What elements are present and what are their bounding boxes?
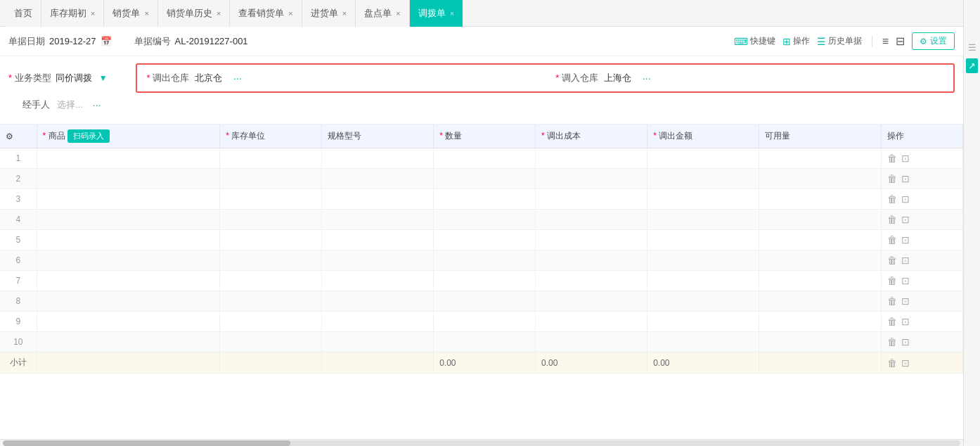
- unit-cell[interactable]: [220, 332, 322, 352]
- unit-cell[interactable]: [220, 210, 322, 230]
- amount-cell[interactable]: 0.00: [647, 352, 759, 374]
- product-cell[interactable]: [37, 352, 220, 374]
- sidebar-list-icon[interactable]: ☰: [968, 42, 976, 53]
- amount-cell[interactable]: [647, 250, 759, 271]
- spec-cell[interactable]: [321, 271, 433, 291]
- available-cell[interactable]: [759, 271, 882, 291]
- delete-icon[interactable]: 🗑: [887, 275, 897, 286]
- tab-transfer[interactable]: 调拨单 ×: [410, 0, 463, 27]
- tab-view-sales-close[interactable]: ×: [288, 9, 292, 18]
- tab-stocktake[interactable]: 盘点单 ×: [356, 0, 409, 27]
- quantity-cell[interactable]: [434, 332, 536, 352]
- spec-cell[interactable]: [321, 250, 433, 271]
- delete-icon[interactable]: 🗑: [887, 153, 897, 164]
- delete-icon[interactable]: 🗑: [887, 295, 897, 307]
- available-cell[interactable]: [759, 291, 882, 312]
- amount-cell[interactable]: [647, 312, 759, 332]
- copy-icon[interactable]: ⊡: [901, 193, 910, 205]
- amount-cell[interactable]: [647, 210, 759, 230]
- tab-inventory-init[interactable]: 库存期初 ×: [41, 0, 104, 27]
- delete-icon[interactable]: 🗑: [887, 214, 897, 225]
- quantity-cell[interactable]: [434, 250, 536, 271]
- delete-icon[interactable]: 🗑: [887, 173, 897, 184]
- amount-cell[interactable]: [647, 230, 759, 250]
- layout1-button[interactable]: ≡: [882, 35, 889, 48]
- spec-cell[interactable]: [321, 230, 433, 250]
- product-cell[interactable]: [37, 312, 220, 332]
- history-button[interactable]: ☰ 历史单据: [817, 35, 862, 47]
- copy-icon[interactable]: ⊡: [901, 214, 910, 225]
- quantity-cell[interactable]: [434, 312, 536, 332]
- cost-cell[interactable]: [535, 291, 647, 312]
- available-cell[interactable]: [759, 189, 882, 210]
- tab-sales-order-close[interactable]: ×: [144, 9, 148, 18]
- tab-transfer-close[interactable]: ×: [450, 9, 454, 18]
- cost-cell[interactable]: [535, 250, 647, 271]
- amount-cell[interactable]: [647, 271, 759, 291]
- delete-icon[interactable]: 🗑: [887, 193, 897, 205]
- product-cell[interactable]: [37, 148, 220, 169]
- tab-home[interactable]: 首页: [6, 0, 41, 27]
- cost-cell[interactable]: [535, 230, 647, 250]
- operation-button[interactable]: ⊞ 操作: [782, 35, 810, 47]
- product-cell[interactable]: [37, 271, 220, 291]
- tab-purchase-order[interactable]: 进货单 ×: [302, 0, 356, 27]
- spec-cell[interactable]: [321, 210, 433, 230]
- available-cell[interactable]: [759, 250, 882, 271]
- tab-sales-history[interactable]: 销货单历史 ×: [158, 0, 230, 27]
- product-cell[interactable]: [37, 250, 220, 271]
- copy-icon[interactable]: ⊡: [901, 255, 910, 266]
- quantity-cell[interactable]: [434, 271, 536, 291]
- quantity-cell[interactable]: [434, 210, 536, 230]
- amount-cell[interactable]: [647, 332, 759, 352]
- scan-button[interactable]: 扫码录入: [67, 129, 110, 143]
- copy-icon[interactable]: ⊡: [901, 336, 910, 348]
- settings-button[interactable]: ⚙ 设置: [912, 32, 955, 50]
- product-cell[interactable]: [37, 169, 220, 189]
- spec-cell[interactable]: [321, 169, 433, 189]
- copy-icon[interactable]: ⊡: [901, 357, 910, 369]
- copy-icon[interactable]: ⊡: [901, 316, 910, 327]
- biz-type-value[interactable]: 同价调拨: [56, 72, 92, 84]
- amount-cell[interactable]: [647, 189, 759, 210]
- transfer-in-more-icon[interactable]: ···: [643, 72, 651, 84]
- quantity-cell[interactable]: [434, 169, 536, 189]
- amount-cell[interactable]: [647, 169, 759, 189]
- quantity-cell[interactable]: [434, 189, 536, 210]
- unit-cell[interactable]: [220, 169, 322, 189]
- th-gear[interactable]: ⚙: [0, 125, 37, 148]
- spec-cell[interactable]: [321, 332, 433, 352]
- cost-cell[interactable]: [535, 312, 647, 332]
- product-cell[interactable]: [37, 189, 220, 210]
- tab-sales-history-close[interactable]: ×: [217, 9, 221, 18]
- available-cell[interactable]: [759, 352, 882, 374]
- cost-cell[interactable]: [535, 169, 647, 189]
- horizontal-scrollbar[interactable]: [0, 439, 963, 446]
- quantity-cell[interactable]: [434, 230, 536, 250]
- delete-icon[interactable]: 🗑: [887, 357, 897, 369]
- sidebar-export-icon[interactable]: ↗: [966, 58, 978, 73]
- tab-sales-order[interactable]: 销货单 ×: [104, 0, 157, 27]
- transfer-out-value[interactable]: 北京仓: [195, 72, 222, 84]
- delete-icon[interactable]: 🗑: [887, 336, 897, 348]
- available-cell[interactable]: [759, 312, 882, 332]
- handler-more-icon[interactable]: ···: [93, 99, 101, 110]
- copy-icon[interactable]: ⊡: [901, 173, 910, 184]
- tab-stocktake-close[interactable]: ×: [396, 9, 400, 18]
- product-cell[interactable]: [37, 230, 220, 250]
- unit-cell[interactable]: [220, 148, 322, 169]
- tab-view-sales[interactable]: 查看销货单 ×: [230, 0, 302, 27]
- biz-type-dropdown-icon[interactable]: ▼: [99, 73, 108, 83]
- available-cell[interactable]: [759, 169, 882, 189]
- copy-icon[interactable]: ⊡: [901, 153, 910, 164]
- delete-icon[interactable]: 🗑: [887, 316, 897, 327]
- unit-cell[interactable]: [220, 312, 322, 332]
- calendar-icon[interactable]: 📅: [101, 36, 112, 46]
- cost-cell[interactable]: 0.00: [535, 352, 647, 374]
- copy-icon[interactable]: ⊡: [901, 275, 910, 286]
- transfer-out-more-icon[interactable]: ···: [233, 72, 242, 84]
- doc-date-value[interactable]: 2019-12-27: [49, 36, 96, 46]
- product-cell[interactable]: [37, 210, 220, 230]
- unit-cell[interactable]: [220, 352, 322, 374]
- unit-cell[interactable]: [220, 291, 322, 312]
